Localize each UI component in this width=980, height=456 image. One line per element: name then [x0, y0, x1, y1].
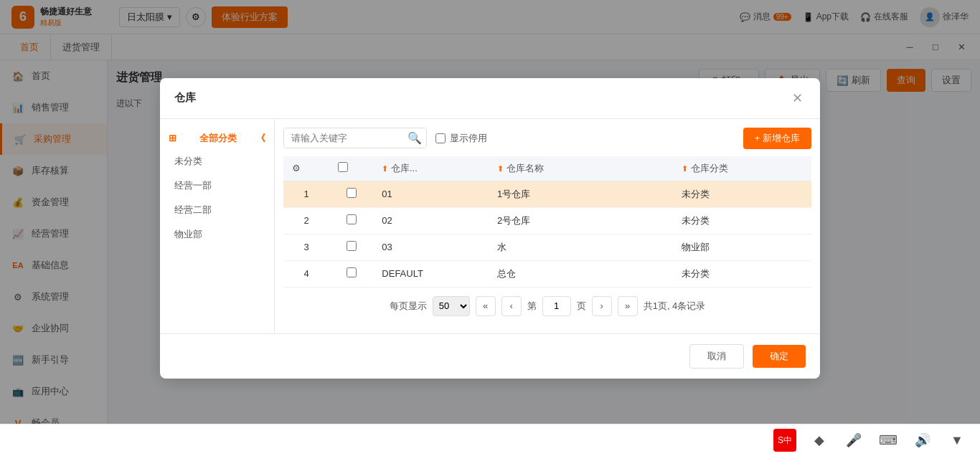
row-check-4[interactable] [329, 260, 373, 287]
th-check[interactable] [329, 156, 373, 181]
row-name-3: 水 [489, 234, 673, 260]
row-action-2[interactable]: 2 [283, 207, 329, 234]
dialog-title: 仓库 [174, 91, 196, 105]
row-checkbox-4[interactable] [347, 267, 357, 277]
page-size-select[interactable]: 50 10 20 100 [433, 296, 470, 316]
collapse-icon: 《 [256, 132, 265, 145]
category-all[interactable]: ⊞ 全部分类 《 [160, 128, 274, 149]
warehouse-dialog: 仓库 ✕ ⊞ 全部分类 《 未分类 经营一部 经营二部 [160, 78, 820, 379]
grid-icon: ⊞ [169, 133, 176, 143]
row-code-2: 02 [373, 207, 489, 234]
bottom-bar: S中 ◆ 🎤 ⌨ 🔊 ▼ [0, 424, 980, 456]
row-code-4: DEFAULT [373, 260, 489, 287]
table-toolbar: 🔍 显示停用 + 新增仓库 [283, 128, 811, 149]
row-name-1: 1号仓库 [489, 181, 673, 207]
speaker-icon[interactable]: 🔊 [911, 429, 934, 452]
th-category[interactable]: ⬆ 仓库分类 [673, 156, 811, 181]
row-checkbox-1[interactable] [347, 188, 357, 198]
row-action-1[interactable]: 1 [283, 181, 329, 207]
row-action-3[interactable]: 3 [283, 234, 329, 260]
category-item-dept1[interactable]: 经营一部 [160, 174, 274, 198]
select-all-checkbox[interactable] [338, 162, 348, 172]
row-category-3: 物业部 [673, 234, 811, 260]
sort-icon-name: ⬆ [497, 164, 504, 173]
row-category-2: 未分类 [673, 207, 811, 234]
show-disabled-label[interactable]: 显示停用 [435, 132, 487, 145]
modal-overlay[interactable]: 仓库 ✕ ⊞ 全部分类 《 未分类 经营一部 经营二部 [0, 0, 980, 456]
dialog-close-button[interactable]: ✕ [788, 90, 806, 107]
prev-page-button[interactable]: ‹ [501, 296, 522, 316]
th-code[interactable]: ⬆ 仓库... [373, 156, 489, 181]
row-category-4: 未分类 [673, 260, 811, 287]
row-checkbox-2[interactable] [347, 214, 357, 224]
confirm-button[interactable]: 确定 [753, 345, 806, 368]
dialog-header: 仓库 ✕ [160, 78, 820, 119]
warehouse-table: ⚙ ⬆ 仓库... ⬆ 仓库名称 [283, 156, 811, 288]
search-input-wrap: 🔍 [283, 128, 427, 148]
row-code-3: 03 [373, 234, 489, 260]
row-check-1[interactable] [329, 181, 373, 207]
table-row[interactable]: 3 03 水 [283, 234, 811, 260]
s-icon[interactable]: S中 [773, 429, 796, 452]
table-row[interactable]: 1 01 1号仓库 [283, 181, 811, 207]
first-page-button[interactable]: « [476, 296, 496, 316]
show-disabled-checkbox[interactable] [435, 133, 446, 143]
table-area: 🔍 显示停用 + 新增仓库 ⚙ [275, 119, 820, 333]
dialog-footer: 取消 确定 [160, 333, 820, 379]
row-category-1: 未分类 [673, 181, 811, 207]
add-warehouse-button[interactable]: + 新增仓库 [743, 128, 811, 149]
row-checkbox-3[interactable] [347, 241, 357, 251]
diamond-icon[interactable]: ◆ [808, 429, 831, 452]
next-page-button[interactable]: › [592, 296, 612, 316]
dialog-body: ⊞ 全部分类 《 未分类 经营一部 经营二部 物业部 [160, 119, 820, 333]
page-number-input[interactable] [542, 296, 571, 316]
table-row[interactable]: 4 DEFAULT 总仓 [283, 260, 811, 287]
table-header: ⚙ ⬆ 仓库... ⬆ 仓库名称 [283, 156, 811, 181]
row-name-4: 总仓 [489, 260, 673, 287]
search-input[interactable] [284, 128, 426, 148]
category-item-unclassified[interactable]: 未分类 [160, 149, 274, 174]
row-check-3[interactable] [329, 234, 373, 260]
pagination: 每页显示 50 10 20 100 « ‹ 第 页 [283, 288, 811, 325]
category-sidebar: ⊞ 全部分类 《 未分类 经营一部 经营二部 物业部 [160, 119, 275, 333]
keyboard-icon[interactable]: ⌨ [877, 429, 900, 452]
expand-icon[interactable]: ▼ [946, 429, 969, 452]
table-row[interactable]: 2 02 2号仓库 [283, 207, 811, 234]
row-check-2[interactable] [329, 207, 373, 234]
sort-icon-code: ⬆ [382, 164, 388, 173]
row-code-1: 01 [373, 181, 489, 207]
mic-icon[interactable]: 🎤 [842, 429, 865, 452]
th-settings[interactable]: ⚙ [283, 156, 329, 181]
table-scroll-area: ⚙ ⬆ 仓库... ⬆ 仓库名称 [283, 156, 811, 288]
row-action-4[interactable]: 4 [283, 260, 329, 287]
cancel-button[interactable]: 取消 [689, 344, 744, 369]
search-icon[interactable]: 🔍 [407, 131, 422, 145]
table-body: 1 01 1号仓库 [283, 181, 811, 287]
category-item-property[interactable]: 物业部 [160, 222, 274, 247]
last-page-button[interactable]: » [618, 296, 638, 316]
sort-icon-category: ⬆ [682, 164, 688, 173]
row-name-2: 2号仓库 [489, 207, 673, 234]
category-item-dept2[interactable]: 经营二部 [160, 198, 274, 222]
th-name[interactable]: ⬆ 仓库名称 [489, 156, 673, 181]
